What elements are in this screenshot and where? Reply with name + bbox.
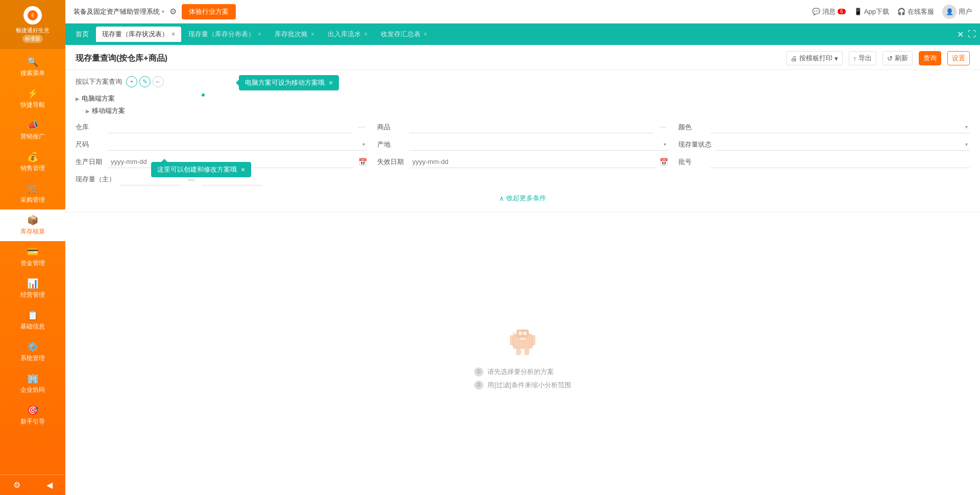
sidebar-item-label: 经营管理	[20, 291, 45, 299]
warehouse-input[interactable]	[108, 121, 352, 133]
tab-close-icon[interactable]: ×	[172, 31, 175, 38]
inventory-icon: 📦	[27, 215, 38, 226]
sidebar-item-business[interactable]: 📊 经营管理	[0, 273, 65, 304]
origin-label: 产地	[377, 140, 405, 149]
filter-row-2: 尺码 ▾ 产地 ▾	[76, 138, 970, 151]
edit-icon: ✎	[142, 78, 148, 85]
enterprise-icon: 🏢	[27, 373, 38, 384]
sidebar-item-finance[interactable]: 💳 资金管理	[0, 241, 65, 273]
tabbar: 首页 现存量（库存状况表） × 现存量（库存分布表） × 库存批次账 × 出入库…	[65, 23, 980, 45]
sidebar-item-enterprise[interactable]: 🏢 企业协同	[0, 368, 65, 399]
system-selector[interactable]: 装备及固定资产辅助管理系统 ▾	[74, 7, 164, 16]
product-dots-icon[interactable]: ···	[657, 123, 668, 132]
newbie-icon: 🎯	[27, 405, 38, 416]
edit-scheme-btn[interactable]: ✎	[139, 76, 151, 87]
tab-batch-account[interactable]: 库存批次账 ×	[268, 27, 321, 42]
filter-color: 颜色 ▾	[678, 121, 970, 133]
origin-select-wrap: ▾	[409, 138, 669, 151]
tab-in-out-flow[interactable]: 出入库流水 ×	[322, 27, 374, 42]
product-input[interactable]	[409, 121, 653, 133]
basic-icon: 📋	[27, 310, 38, 321]
user-menu-btn[interactable]: 👤 用户	[942, 5, 972, 19]
sidebar-item-marketing[interactable]: 📣 营销推广	[0, 114, 65, 146]
batch-no-input[interactable]	[710, 156, 970, 168]
sidebar-item-system[interactable]: ⚙️ 系统管理	[0, 336, 65, 368]
topbar-settings-icon[interactable]: ⚙	[169, 7, 177, 16]
sidebar-item-newbie[interactable]: 🎯 新手引导	[0, 399, 65, 431]
product-label: 商品	[377, 123, 405, 132]
sidebar-item-purchase[interactable]: 🛒 采购管理	[0, 178, 65, 209]
sales-icon: 💰	[27, 151, 38, 162]
size-select[interactable]	[108, 138, 367, 150]
user-label: 用户	[959, 7, 972, 16]
sidebar-item-search[interactable]: 🔍 搜索菜单	[0, 51, 65, 83]
chevron-down-icon: ▾	[835, 55, 838, 62]
sidebar-settings-btn[interactable]: ⚙	[13, 480, 20, 490]
sidebar: 6 畅捷通好生意 标准版 🔍 搜索菜单 ⚡ 快捷导航 📣 营销推广 💰 销售管理…	[0, 0, 65, 495]
query-btn[interactable]: 查询	[919, 51, 941, 65]
print-template-btn[interactable]: 🖨 按模板打印 ▾	[786, 51, 843, 65]
tab-recv-summary[interactable]: 收发存汇总表 ×	[375, 27, 433, 42]
color-label: 颜色	[678, 123, 706, 132]
filter-expire-date: 失效日期 📅	[377, 156, 669, 168]
export-btn[interactable]: ↑ 导出	[849, 51, 877, 65]
sidebar-item-sales[interactable]: 💰 销售管理	[0, 146, 65, 178]
tabbar-right: ✕ ⛶	[957, 30, 976, 39]
scheme-mobile-node[interactable]: ▶ 移动端方案	[76, 105, 970, 117]
tab-close-all-icon[interactable]: ✕	[957, 30, 964, 39]
svg-rect-6	[520, 338, 526, 340]
sidebar-item-label: 系统管理	[20, 354, 45, 363]
tooltip-edit-text: 这里可以创建和修改方案哦	[157, 165, 237, 174]
sidebar-item-label: 资金管理	[20, 259, 45, 268]
tab-close-icon[interactable]: ×	[311, 31, 314, 38]
online-service-btn[interactable]: 🎧 在线客服	[897, 7, 934, 16]
sidebar-item-basic[interactable]: 📋 基础信息	[0, 304, 65, 336]
warehouse-dots-icon[interactable]: ···	[356, 123, 366, 132]
refresh-btn[interactable]: ↺ 刷新	[883, 51, 913, 65]
sidebar-item-inventory[interactable]: 📦 库存核算	[0, 209, 65, 241]
origin-select[interactable]	[409, 138, 669, 150]
collapse-label: 收起更多条件	[506, 194, 546, 203]
scheme-pc-node[interactable]: ▶ 电脑端方案	[76, 92, 970, 105]
back-icon: ←	[155, 78, 161, 85]
svg-rect-3	[517, 329, 529, 338]
message-btn[interactable]: 💬 消息 6	[812, 7, 846, 16]
calendar-icon[interactable]: 📅	[659, 158, 668, 166]
app-download-btn[interactable]: 📱 App下载	[854, 7, 889, 16]
app-icon: 📱	[854, 8, 862, 15]
svg-rect-9	[516, 349, 521, 355]
tab-fullscreen-icon[interactable]: ⛶	[968, 30, 976, 39]
experience-button[interactable]: 体验行业方案	[182, 4, 236, 19]
scheme-mobile-label: 移动端方案	[92, 106, 125, 115]
tooltip-edit-close[interactable]: ×	[241, 166, 245, 174]
tooltip-pc-close[interactable]: ×	[329, 79, 333, 87]
scheme-pc-label: 电脑端方案	[82, 94, 115, 103]
tab-inventory-status[interactable]: 现存量（库存状况表） ×	[96, 27, 181, 42]
purchase-icon: 🛒	[27, 183, 38, 194]
sidebar-item-label: 搜索菜单	[20, 69, 45, 78]
user-avatar: 👤	[942, 5, 957, 19]
tab-inventory-dist[interactable]: 现存量（库存分布表） ×	[182, 27, 267, 42]
sidebar-item-quick-nav[interactable]: ⚡ 快捷导航	[0, 83, 65, 114]
collapse-row[interactable]: ∧ 收起更多条件	[76, 191, 970, 206]
stock-status-label: 现存量状态	[678, 140, 712, 149]
expire-date-input[interactable]	[409, 156, 656, 168]
add-scheme-btn[interactable]: +	[126, 76, 137, 87]
back-btn[interactable]: ←	[153, 76, 164, 87]
main-content: 装备及固定资产辅助管理系统 ▾ ⚙ 体验行业方案 💬 消息 6 📱 App下载 …	[65, 0, 980, 495]
tab-home[interactable]: 首页	[69, 27, 95, 42]
tab-close-icon[interactable]: ×	[258, 31, 261, 38]
color-select[interactable]	[710, 121, 970, 133]
empty-tip-2: ② 用[过滤]条件来缩小分析范围	[474, 381, 571, 390]
tab-close-icon[interactable]: ×	[364, 31, 368, 38]
tab-inventory-dist-label: 现存量（库存分布表）	[188, 30, 255, 39]
calendar-icon[interactable]: 📅	[358, 158, 367, 166]
stock-status-select[interactable]	[716, 138, 970, 150]
sidebar-collapse-btn[interactable]: ◀	[46, 480, 53, 490]
svg-rect-10	[524, 349, 529, 355]
tab-close-icon[interactable]: ×	[424, 31, 427, 38]
search-icon: 🔍	[27, 56, 38, 67]
settings-btn[interactable]: 设置	[947, 51, 970, 65]
tooltip-indicator	[201, 92, 206, 98]
tab-recv-summary-label: 收发存汇总表	[381, 30, 421, 39]
